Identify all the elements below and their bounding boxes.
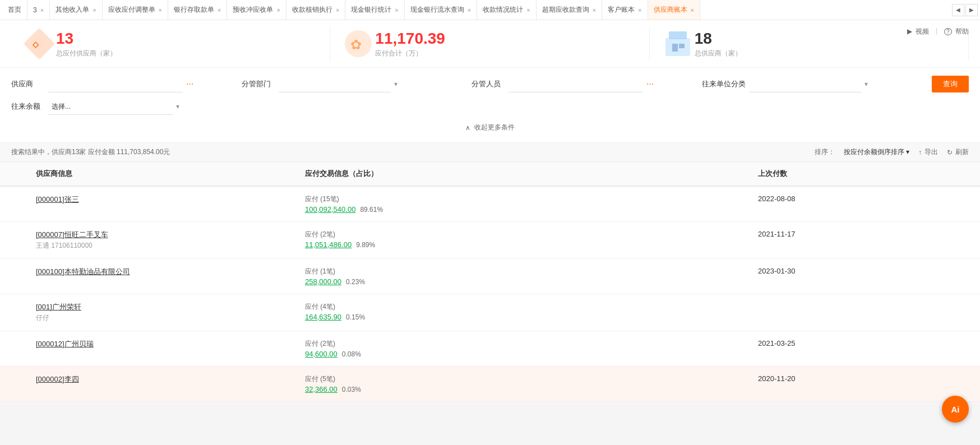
row-5-num [11,338,34,340]
nav-tab-collect-stat[interactable]: 收款情况统计 × [477,0,536,20]
supplier-filter-dots[interactable]: ··· [186,79,193,89]
nav-tab-overdue-collect[interactable]: 超期应收款查询 × [537,0,602,20]
nav-tab-collect-stat-close[interactable]: × [526,7,530,13]
row-5-amount-link[interactable]: 94,600.00 [305,350,338,358]
ai-button-container: Ai [942,396,969,402]
help-link[interactable]: 帮助 [944,27,969,36]
row-4-num [11,301,34,303]
row-3-last-pay: 2023-01-30 [756,266,924,276]
row-2-amount-label: 应付 (2笔) [305,230,754,239]
row-2-num [11,229,34,231]
row-6-extra [924,373,969,376]
nav-tab-ap-adjust[interactable]: 应收应付调整单 × [103,0,168,20]
nav-tab-cash-bank-stat-label: 现金银行统计 [351,5,391,15]
header-supplier: 供应商信息 [34,168,303,180]
data-table: 供应商信息 应付交易信息（占比） 上次付数 [000001]张三 应付 (15笔… [0,162,980,402]
nav-tab-cash-bank-stat[interactable]: 现金银行统计 × [345,0,404,20]
nav-tab-customer-account-close[interactable]: × [638,7,641,13]
nav-tab-cash-bank-flow-close[interactable]: × [468,7,471,13]
row-3-amount-link[interactable]: 258,000.00 [305,277,341,286]
balance-filter-chevron-icon: ▾ [176,103,179,110]
table-row: [001]广州荣轩 仔仔 应付 (4笔) 164,635.90 0.15% [0,294,980,331]
row-3-num [11,266,34,268]
svg-text:✿: ✿ [350,37,362,52]
row-5-supplier-link[interactable]: [000012]广州贝瑞 [36,340,94,348]
nav-tab-bank-deposit-label: 银行存取款单 [174,5,214,15]
header-last-pay: 上次付数 [756,168,924,180]
header-extra [924,168,969,180]
nav-tab-overdue-collect-close[interactable]: × [593,7,596,13]
ai-button[interactable]: Ai [942,396,969,402]
balance-filter-select[interactable]: 选择... [48,98,173,115]
row-4-supplier-link[interactable]: [001]广州荣轩 [36,303,81,311]
query-button[interactable]: 查询 [932,76,969,92]
header-num [11,168,34,180]
video-link[interactable]: 视频 [907,27,929,36]
category-filter-chevron-icon: ▾ [865,80,868,88]
row-3-supplier-link[interactable]: [000100]本特勤油品有限公司 [36,267,130,276]
person-filter-dots[interactable]: ··· [646,79,654,89]
nav-tab-other-income-label: 其他收入单 [56,5,89,15]
nav-tab-collect-exec[interactable]: 收款核销执行 × [286,0,345,20]
row-6-amount-link[interactable]: 32,366.00 [305,385,338,393]
row-2-supplier-sub: 王通 17106110000 [36,241,301,251]
nav-tab-bank-deposit-close[interactable]: × [218,7,221,13]
refresh-label: 刷新 [955,147,969,157]
row-2-amount-link[interactable]: 11,051,486.00 [305,240,352,249]
nav-tab-cash-bank-flow[interactable]: 现金银行流水查询 × [405,0,477,20]
nav-tab-customer-account[interactable]: 客户账本 × [602,0,648,20]
sort-value-selector[interactable]: 按应付余额倒序排序 ▾ [844,147,909,157]
row-2-supplier: [000007]恒旺二手叉车 王通 17106110000 [34,229,303,252]
top-navigation: 首页 3 × 其他收入单 × 应收应付调整单 × 银行存取款单 × 预收冲应收单… [0,0,980,20]
payable-amount-label: 应付合计（万） [375,49,445,58]
nav-tab-prepay-collect-close[interactable]: × [276,7,280,13]
row-1-amount-link[interactable]: 100,092,540.00 [305,205,355,214]
row-1-amount-label: 应付 (15笔) [305,194,754,204]
nav-tab-prepay-collect[interactable]: 预收冲应收单 × [227,0,286,20]
row-4-extra [924,301,969,303]
table-row: [000002]李四 应付 (5笔) 32,366.00 0.03% 2020-… [0,367,980,402]
row-6-pct: 0.03% [342,386,361,393]
nav-tab-other-income[interactable]: 其他收入单 × [50,0,102,20]
svg-rect-6 [672,44,678,52]
collapse-button[interactable]: 收起更多条件 [459,120,521,135]
sort-value-text: 按应付余额倒序排序 [844,148,904,156]
nav-tab-cash-bank-stat-close[interactable]: × [395,7,398,13]
header-transaction: 应付交易信息（占比） [303,168,756,180]
sort-label: 排序： [815,147,835,157]
summary-total-suppliers-content: 18 总供应商（家） [695,29,742,59]
row-2-pct: 9.89% [356,241,375,249]
row-4-pct: 0.15% [346,313,365,321]
row-3-pct: 0.23% [346,278,365,286]
row-1-pct: 89.61% [360,206,383,214]
row-4-last-pay [756,301,924,303]
nav-tab-other-income-close[interactable]: × [93,7,96,13]
filter-person: 分管人员 ··· [471,76,695,92]
row-6-last-pay: 2020-11-20 [756,373,924,384]
nav-tab-3[interactable]: 3 × [27,0,50,20]
row-6-supplier-link[interactable]: [000002]李四 [36,375,79,383]
nav-tab-home[interactable]: 首页 [2,0,27,20]
export-button[interactable]: 导出 [918,147,938,157]
dept-filter-select[interactable] [279,76,391,92]
nav-arrow-right[interactable]: ▶ [965,4,978,16]
row-2-supplier-link[interactable]: [000007]恒旺二手叉车 [36,230,108,239]
nav-tab-supplier-account-close[interactable]: × [691,7,694,13]
filter-dept: 分管部门 ▾ [242,76,465,92]
row-6-num [11,373,34,376]
refresh-button[interactable]: 刷新 [947,147,969,157]
row-4-amount-link[interactable]: 164,635.90 [305,313,341,321]
nav-tab-ap-adjust-close[interactable]: × [159,7,162,13]
row-1-supplier-link[interactable]: [000001]张三 [36,195,79,203]
nav-arrow-left[interactable]: ◀ [952,4,964,16]
filter-supplier: 供应商 ··· [11,76,235,92]
category-filter-select[interactable] [749,76,861,92]
nav-tab-overdue-collect-label: 超期应收款查询 [542,5,589,15]
nav-tab-bank-deposit[interactable]: 银行存取款单 × [168,0,227,20]
nav-tab-collect-exec-close[interactable]: × [336,7,339,13]
person-filter-input[interactable] [509,76,643,92]
supplier-filter-input[interactable] [48,76,183,92]
nav-tab-supplier-account[interactable]: 供应商账本 × [648,0,700,20]
export-icon [918,149,923,156]
nav-tab-3-close[interactable]: × [40,7,44,13]
